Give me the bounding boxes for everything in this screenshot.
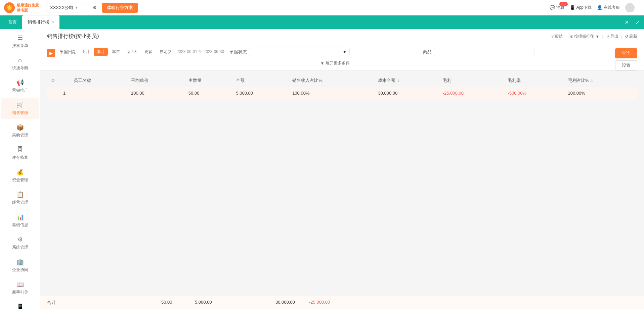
- goods-label: 商品: [423, 49, 432, 55]
- avatar[interactable]: [625, 3, 635, 12]
- system-icon: ⚙: [17, 236, 23, 243]
- cell-name: [70, 87, 127, 99]
- cell-settings: [47, 87, 59, 99]
- sidebar-item-label: 新手引导: [12, 290, 28, 295]
- cell-profit: -25,000.00: [439, 87, 504, 99]
- app-download-label: App下载: [576, 5, 592, 10]
- date-tab-more[interactable]: 更多: [141, 48, 156, 56]
- sidebar-item-enterprise[interactable]: 🏢 企业协同: [1, 255, 39, 276]
- message-badge: 99+: [559, 2, 568, 6]
- col-cost: 成本全额 ℹ: [374, 74, 438, 87]
- col-profit: 毛利: [439, 74, 504, 87]
- export-icon: ↗: [606, 34, 609, 39]
- sidebar-item-inventory[interactable]: 🗄 库存核算: [1, 143, 39, 164]
- date-tab-this-year[interactable]: 本年: [109, 48, 123, 56]
- top-bar: 🌟 畅康通好生意 标准版 XXXXX公司 ▼ ⚙ 体验行业方案 💬 消息 99+…: [0, 0, 644, 15]
- template-print-button[interactable]: 🖨 按模板打印 ▼: [569, 34, 599, 39]
- tab-sales-ranking[interactable]: 销售排行榜 ×: [22, 15, 59, 29]
- sidebar-item-marketing[interactable]: 📢 营销推广: [1, 75, 39, 97]
- sidebar-item-sales[interactable]: 🛒 销售管理: [1, 98, 39, 119]
- more-conditions-link[interactable]: ...: [528, 50, 531, 54]
- sidebar-item-purchase[interactable]: 📦 采购管理: [1, 120, 39, 142]
- date-label: 单据日期: [59, 49, 77, 55]
- cell-profit-rate: -500.00%: [504, 87, 564, 99]
- app-download-icon: 📱: [570, 5, 575, 10]
- status-label: 单据状态: [229, 49, 247, 55]
- close-window-icon[interactable]: ✕: [622, 18, 631, 26]
- footer-qty: 50.00: [161, 300, 195, 306]
- footer-amount: 5,000.00: [195, 300, 228, 306]
- trial-button[interactable]: 体验行业方案: [102, 3, 138, 13]
- table-body: 1 100.00 50.00 5,000.00 100.00% 30,000.0…: [47, 87, 637, 99]
- help-link[interactable]: ? 帮助: [551, 34, 563, 39]
- settings-button[interactable]: 设置: [615, 60, 637, 70]
- expand-window-icon[interactable]: ⤢: [633, 18, 641, 26]
- data-table: ⚙ 员工名称 平均单价 主数量 全额 销售收入占比% 成本全额 ℹ 毛利 毛利率: [47, 74, 637, 99]
- sidebar-item-label: 企业协同: [12, 267, 28, 273]
- company-selector[interactable]: XXXXX公司 ▼: [47, 3, 87, 12]
- app-download-button[interactable]: 📱 App下载: [570, 5, 592, 10]
- sidebar-item-operations[interactable]: 📋 经营管理: [1, 188, 39, 209]
- expand-conditions-button[interactable]: ▼ 展开更多条件: [320, 60, 350, 66]
- cell-avg-price: 100.00: [127, 87, 184, 99]
- guide-icon: 📖: [16, 281, 24, 288]
- date-tab-last-month[interactable]: 上月: [79, 48, 93, 56]
- logo-text: 畅康通好生意 标准版: [17, 3, 39, 12]
- sidebar-item-guide[interactable]: 📖 新手引导: [1, 277, 39, 299]
- status-select[interactable]: ▼: [249, 48, 350, 56]
- refresh-button[interactable]: ↺ 刷新: [625, 34, 637, 39]
- date-tab-this-month[interactable]: 本月: [94, 48, 108, 56]
- cost-info-icon[interactable]: ℹ: [397, 79, 399, 83]
- page-actions: ? 帮助 | 🖨 按模板打印 ▼ | ↗ 导出 | ↺ 刷新: [551, 34, 637, 39]
- date-filter: 单据日期 上月 本月 本年 近7天 更多 自定义 2023-06-01 至 20…: [59, 48, 224, 56]
- sidebar-item-search[interactable]: ☰ 搜索菜单: [1, 31, 39, 52]
- sidebar-item-quick-nav[interactable]: ⌂ 快捷导航: [1, 53, 39, 74]
- col-profit-pct: 毛利占比% ℹ: [564, 74, 637, 87]
- cell-amount: 5,000.00: [232, 87, 288, 99]
- date-tab-custom[interactable]: 自定义: [157, 48, 175, 56]
- date-tab-last-7days[interactable]: 近7天: [124, 48, 140, 56]
- page-header: 销售排行榜(按业务员) ? 帮助 | 🖨 按模板打印 ▼ | ↗ 导出 |: [40, 29, 644, 44]
- sidebar-item-label: 快捷导航: [12, 65, 28, 71]
- support-icon: 👤: [597, 5, 602, 10]
- sidebar-item-finance[interactable]: 💰 资金管理: [1, 165, 39, 186]
- online-support-button[interactable]: 👤 在线客服: [597, 5, 620, 10]
- sidebar-item-system[interactable]: ⚙ 系统管理: [1, 233, 39, 254]
- sidebar-item-label: 系统管理: [12, 245, 28, 250]
- export-button[interactable]: ↗ 导出: [606, 34, 618, 39]
- filter-row-1: 单据日期 上月 本月 本年 近7天 更多 自定义 2023-06-01 至 20…: [59, 48, 611, 56]
- sidebar: ☰ 搜索菜单 ⌂ 快捷导航 📢 营销推广 🛒 销售管理 📦 采购管理 🗄 库存核…: [0, 29, 40, 309]
- print-dropdown-icon: ▼: [595, 34, 599, 39]
- cell-cost: 30,000.00: [374, 87, 438, 99]
- table-area: ⚙ 员工名称 平均单价 主数量 全额 销售收入占比% 成本全额 ℹ 毛利 毛利率: [40, 71, 644, 296]
- sidebar-item-label: 基础信息: [12, 222, 28, 228]
- sidebar-item-basics[interactable]: 📊 基础信息: [1, 210, 39, 231]
- col-name: 员工名称: [70, 74, 127, 87]
- col-avg-price: 平均单价: [127, 74, 184, 87]
- filter-toggle-icon[interactable]: ▶: [47, 49, 55, 57]
- online-support-label: 在线客服: [604, 5, 620, 10]
- table-header: ⚙ 员工名称 平均单价 主数量 全额 销售收入占比% 成本全额 ℹ 毛利 毛利率: [47, 74, 637, 87]
- sidebar-item-apps[interactable]: 📱 应用中心: [1, 300, 39, 309]
- sidebar-item-label: 资金管理: [12, 177, 28, 183]
- settings-icon[interactable]: ⚙: [90, 3, 99, 12]
- query-button[interactable]: 查询: [615, 48, 637, 58]
- col-sales-pct: 销售收入占比%: [288, 74, 374, 87]
- logo-area: 🌟 畅康通好生意 标准版: [4, 2, 44, 13]
- status-select-arrow: ▼: [342, 49, 347, 54]
- col-settings: ⚙: [47, 74, 59, 87]
- profit-pct-info-icon[interactable]: ℹ: [591, 79, 593, 83]
- expand-icon: ▼: [320, 61, 325, 66]
- tab-home[interactable]: 首页: [3, 15, 22, 29]
- cell-sales-pct: 100.00%: [288, 87, 374, 99]
- help-icon: ?: [551, 34, 554, 39]
- query-buttons: 查询 设置: [615, 48, 637, 70]
- message-button[interactable]: 💬 消息 99+: [550, 5, 564, 10]
- footer-cost: 30,000.00: [275, 300, 309, 306]
- goods-input[interactable]: ...: [434, 48, 534, 56]
- cell-qty: 50.00: [184, 87, 232, 99]
- nav-tab-actions: ✕ ⤢: [622, 18, 641, 26]
- tab-close-icon[interactable]: ×: [52, 20, 54, 24]
- chevron-down-icon: ▼: [75, 6, 78, 9]
- sidebar-item-label: 搜索菜单: [12, 43, 28, 49]
